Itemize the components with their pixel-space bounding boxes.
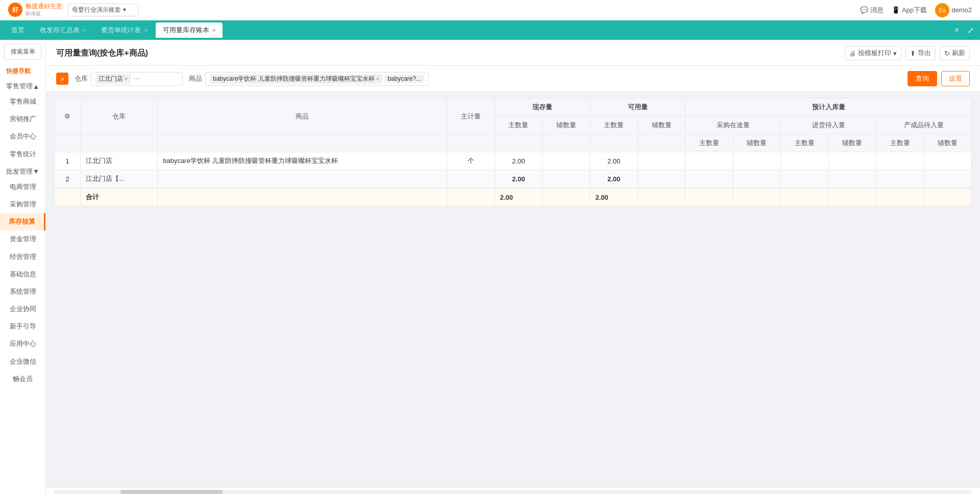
col-stock-main: 主数量 <box>495 116 542 134</box>
sidebar-nav-label[interactable]: 快捷导航 <box>0 64 45 78</box>
warehouse-label: 仓库 <box>75 74 88 83</box>
sidebar-item-retail-mall[interactable]: 零售商城 <box>0 93 45 110</box>
sidebar-item-ecommerce[interactable]: 电商管理 <box>0 178 45 196</box>
sidebar-item-system[interactable]: 系统管理 <box>0 283 45 300</box>
tab-expand-btn[interactable]: ⤢ <box>965 25 976 36</box>
chevron-down-icon: ▼ <box>33 168 39 175</box>
warehouse-tag-close[interactable]: × <box>125 76 128 82</box>
goods-filter: 商品 babycare学饮杯 儿童防摔防撞吸管杯重力球吸嘴杯宝宝水杯 × bab… <box>189 72 429 86</box>
warehouse-more[interactable]: ··· <box>133 74 139 83</box>
filter-toggle-btn[interactable]: » <box>56 73 68 85</box>
row1-warehouse: 江北门店 <box>81 152 158 170</box>
tab-bar-right: × ⤢ <box>952 25 976 36</box>
refresh-btn[interactable]: ↻ 刷新 <box>940 46 970 60</box>
app-label: App下载 <box>902 6 927 15</box>
sidebar-item-retail-stats[interactable]: 零售统计 <box>0 146 45 163</box>
bottom-footer <box>46 487 980 496</box>
footer-inc-main <box>781 188 828 206</box>
goods-tag2: babycare?... <box>384 75 424 83</box>
tab-order-stat-close[interactable]: × <box>144 27 147 33</box>
footer-unit <box>447 188 495 206</box>
scroll-thumb[interactable] <box>120 490 223 494</box>
export-btn[interactable]: ⬆ 导出 <box>905 46 936 60</box>
col-avail-aux-sub <box>638 134 685 152</box>
refresh-label: 刷新 <box>952 49 965 58</box>
table-row: 1 江北门店 babycare学饮杯 儿童防摔防撞吸管杯重力球吸嘴杯宝宝水杯 个… <box>55 152 972 170</box>
tab-home[interactable]: 首页 <box>4 22 32 38</box>
industry-select[interactable]: 母婴行业演示账套 ▾ <box>67 4 139 16</box>
tab-order-stat[interactable]: 要货单统计表 × <box>94 22 154 38</box>
tab-receive[interactable]: 收发存汇总表 × <box>33 22 93 38</box>
col-pur-aux: 辅数量 <box>733 134 780 152</box>
tab-receive-close[interactable]: × <box>83 27 86 33</box>
sidebar-item-enterprise[interactable]: 企业协同 <box>0 300 45 318</box>
search-menu-btn[interactable]: 搜索菜单 <box>4 44 41 60</box>
app-download-action[interactable]: 📱 App下载 <box>892 6 927 15</box>
settings-btn[interactable]: 设置 <box>941 71 970 86</box>
warehouse-input[interactable]: 江北门店 × ··· <box>91 72 183 86</box>
row1-pur-main <box>685 152 733 170</box>
row1-stock-main: 2.00 <box>495 152 542 170</box>
sidebar-item-retail[interactable]: 零售管理 ▲ <box>0 78 45 93</box>
col-warehouse-sub <box>81 134 158 152</box>
page-actions: 🖨 按模板打印 ▾ ⬆ 导出 ↻ 刷新 <box>845 46 970 60</box>
user-area[interactable]: Ea demo2 <box>935 3 972 17</box>
sidebar-item-operations[interactable]: 经营管理 <box>0 248 45 266</box>
footer-empty <box>55 188 81 206</box>
sidebar-search: 搜索菜单 <box>0 40 45 64</box>
print-btn[interactable]: 🖨 按模板打印 ▾ <box>845 46 901 60</box>
chevron-down-icon: ▾ <box>893 50 897 57</box>
table-footer-row: 合计 2.00 2.00 <box>55 188 972 206</box>
col-avail-main-sub <box>590 134 638 152</box>
row2-unit <box>447 170 495 188</box>
scroll-track[interactable] <box>54 490 972 494</box>
row1-prod-aux <box>924 152 972 170</box>
print-label: 按模板打印 <box>858 49 891 58</box>
row2-pur-main <box>685 170 733 188</box>
refresh-icon: ↻ <box>944 50 950 57</box>
chevron-down-icon: ▾ <box>123 6 126 13</box>
message-action[interactable]: 💬 消息 <box>860 6 884 15</box>
footer-pur-main <box>685 188 733 206</box>
sidebar-item-members[interactable]: 会员中心 <box>0 128 45 145</box>
row1-prod-main <box>876 152 923 170</box>
goods-tag1-close[interactable]: × <box>376 76 379 82</box>
row1-goods: babycare学饮杯 儿童防摔防撞吸管杯重力球吸嘴杯宝宝水杯 <box>158 152 447 170</box>
col-stock-main-sub <box>495 134 542 152</box>
tab-available-close[interactable]: × <box>212 27 215 33</box>
row2-inc-main <box>781 170 828 188</box>
col-production-header: 产成品待入量 <box>876 116 971 134</box>
tab-close-all-btn[interactable]: × <box>952 25 961 36</box>
sidebar-item-marketing[interactable]: 营销推广 <box>0 110 45 128</box>
top-bar: 好 畅捷通好生意 标准版 母婴行业演示账套 ▾ 💬 消息 📱 App下载 Ea … <box>0 0 980 20</box>
col-stock-aux-sub <box>543 134 590 152</box>
sidebar-item-basic[interactable]: 基础信息 <box>0 266 45 283</box>
row2-warehouse: 江北门店【... <box>81 170 158 188</box>
sidebar-item-inventory[interactable]: 库存核算 <box>0 213 45 230</box>
row2-avail-aux <box>638 170 685 188</box>
col-gear[interactable]: ⚙ <box>55 99 81 134</box>
toggle-icon: » <box>60 75 64 83</box>
col-stock-header: 现存量 <box>495 99 590 116</box>
row1-unit: 个 <box>447 152 495 170</box>
tab-available-label: 可用量库存账本 <box>163 26 209 35</box>
col-avail-header: 可用量 <box>590 99 685 116</box>
sidebar-item-newbie[interactable]: 新手引导 <box>0 318 45 335</box>
sidebar-item-purchase[interactable]: 采购管理 <box>0 196 45 213</box>
query-btn[interactable]: 查询 <box>908 71 937 86</box>
row2-stock-main: 2.00 <box>495 170 542 188</box>
row2-stock-aux <box>543 170 590 188</box>
row1-inc-aux <box>828 152 876 170</box>
sidebar-item-vip[interactable]: 畅会员 <box>0 370 45 388</box>
col-goods: 商品 <box>158 99 447 134</box>
sidebar-item-finance[interactable]: 资金管理 <box>0 230 45 248</box>
sidebar-item-appstore[interactable]: 应用中心 <box>0 335 45 352</box>
sidebar-item-weixin[interactable]: 企业微信 <box>0 353 45 370</box>
sidebar: 搜索菜单 快捷导航 零售管理 ▲ 零售商城 营销推广 会员中心 零售统计 批发管… <box>0 40 46 496</box>
goods-input[interactable]: babycare学饮杯 儿童防摔防撞吸管杯重力球吸嘴杯宝宝水杯 × babyca… <box>205 72 429 86</box>
message-icon: 💬 <box>860 6 868 14</box>
main-layout: 搜索菜单 快捷导航 零售管理 ▲ 零售商城 营销推广 会员中心 零售统计 批发管… <box>0 40 980 496</box>
sidebar-item-wholesale[interactable]: 批发管理 ▼ <box>0 163 45 178</box>
tab-available[interactable]: 可用量库存账本 × <box>156 22 223 38</box>
sidebar-wholesale-label: 批发管理 <box>6 167 33 176</box>
